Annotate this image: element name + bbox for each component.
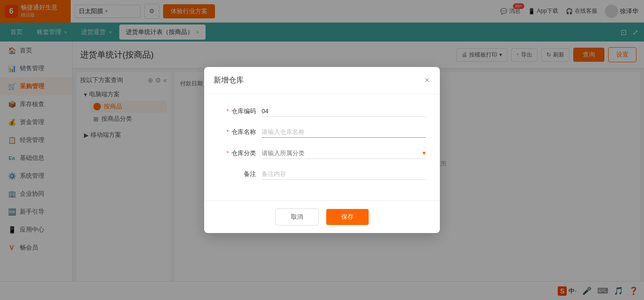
modal-title: 新增仓库	[214, 75, 244, 85]
name-input[interactable]	[262, 126, 426, 138]
modal-body: * 仓库编码 * 仓库名称 * 仓库分类 ▾	[204, 94, 440, 200]
form-row-note: 备注	[218, 168, 426, 180]
form-row-category: * 仓库分类 ▾	[218, 147, 426, 159]
name-label: * 仓库名称	[218, 128, 256, 136]
code-input[interactable]	[262, 106, 426, 117]
modal-overlay[interactable]: 新增仓库 × * 仓库编码 * 仓库名称 *	[0, 0, 644, 300]
code-label: * 仓库编码	[218, 107, 256, 116]
category-select-wrapper[interactable]: ▾	[262, 147, 426, 159]
note-input[interactable]	[262, 168, 426, 180]
modal-close-button[interactable]: ×	[423, 75, 430, 86]
save-button[interactable]: 保存	[326, 209, 369, 225]
modal-header: 新增仓库 ×	[204, 67, 440, 94]
add-warehouse-modal: 新增仓库 × * 仓库编码 * 仓库名称 *	[204, 67, 440, 233]
category-input[interactable]	[262, 150, 422, 157]
category-label: * 仓库分类	[218, 149, 256, 158]
note-label: 备注	[218, 170, 256, 178]
modal-footer: 取消 保存	[204, 200, 440, 233]
cancel-button[interactable]: 取消	[275, 208, 319, 225]
form-row-name: * 仓库名称	[218, 126, 426, 138]
category-chevron-icon: ▾	[422, 149, 426, 157]
form-row-code: * 仓库编码	[218, 106, 426, 117]
